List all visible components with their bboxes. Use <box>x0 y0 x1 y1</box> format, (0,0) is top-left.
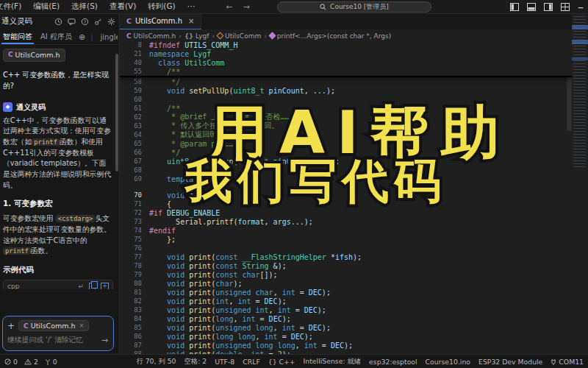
line-number: 83 <box>120 306 149 314</box>
status-item[interactable]: ESP32 Dev Module <box>478 358 542 366</box>
chat-scroll-area: C UtilsComm.h C++ 可变参数函数，是怎样实现的? ◆ 通义灵码 … <box>0 45 115 289</box>
customize-layout-icon[interactable] <box>561 3 570 11</box>
status-item[interactable]: IntelliSense: 就绪 <box>304 357 362 367</box>
line-number: 72 <box>120 209 149 216</box>
command-center-search[interactable]: Course10 [管理员] <box>277 1 431 13</box>
panel-title: 通义灵码 <box>1 16 32 26</box>
context-file-chip[interactable]: C UtilsComm.h <box>3 49 65 62</box>
line-number: 65 <box>120 140 149 147</box>
breadcrumb-separator: › <box>212 32 215 40</box>
breadcrumb-item[interactable]: UtilsComm <box>218 32 261 40</box>
line-number: 84 <box>120 315 149 322</box>
tab-qa[interactable]: 智能问答 <box>1 29 34 44</box>
close-icon[interactable]: × <box>188 17 194 25</box>
line-number: 68 <box>120 166 149 174</box>
menu-item[interactable]: 查看(V) <box>104 1 142 12</box>
namespace-icon: {} <box>184 32 193 40</box>
minimize-button[interactable]: – <box>578 0 584 14</box>
menu-item[interactable]: 编辑(E) <box>27 1 65 12</box>
answer-code-block: cpp ↵ + #include <iostream>#in <box>3 280 113 289</box>
line-number: 67 <box>120 158 149 165</box>
code-line: 78 void print(const String &); <box>120 261 572 270</box>
warnings-indicator[interactable]: 2 <box>24 358 38 366</box>
key-icon[interactable] <box>94 18 102 26</box>
code-line: 76 <box>120 244 572 252</box>
answer-paragraph-1: 在C++中，可变参数函数可以通过两种主要方式实现：使用可变参数宏（如printf… <box>3 116 113 191</box>
new-file-icon[interactable]: + <box>101 283 109 289</box>
line-number: 71 <box>120 200 149 208</box>
user-question: C++ 可变参数函数，是怎样实现的? <box>3 70 113 91</box>
status-item[interactable]: 空格: 2 <box>184 357 207 367</box>
warning-icon <box>24 358 32 365</box>
editor-tab-bar: C UtilsComm.h × <box>120 13 588 30</box>
chip-close-icon[interactable]: × <box>79 322 85 329</box>
ports-indicator[interactable]: 0 <box>45 358 57 366</box>
line-number: 74 <box>120 227 149 234</box>
copy-code-icon[interactable] <box>89 283 96 289</box>
toggle-panel-icon[interactable] <box>527 3 536 11</box>
plug-icon <box>551 358 556 365</box>
panel-scrollbar[interactable] <box>115 54 118 171</box>
status-item[interactable]: CRLF <box>243 358 259 366</box>
menu-item[interactable]: 选择(S) <box>65 1 104 12</box>
line-number: 61 <box>120 105 149 112</box>
account-menu[interactable]: jingle_guan... <box>98 33 118 41</box>
toggle-secondary-sidebar-icon[interactable] <box>544 3 553 11</box>
minimap[interactable] <box>572 13 588 354</box>
tab-ai-coder[interactable]: AI 程序员 <box>39 29 74 44</box>
status-item[interactable]: esp32:esptool <box>369 358 417 366</box>
add-session-icon[interactable]: ⊕ <box>79 32 85 42</box>
code-line: 87 void print(unsigned long long, int = … <box>120 341 572 350</box>
input-context-chip[interactable]: C UtilsComm.h × <box>18 320 89 331</box>
line-number: 69 <box>120 175 149 183</box>
code-line: 75 }; <box>120 235 572 244</box>
line-number: 78 <box>120 262 149 269</box>
code-line: 85 void print(unsigned long, int = DEC); <box>120 323 572 332</box>
code-line: 79 void print(const char[]); <box>120 270 572 279</box>
add-context-icon[interactable]: + <box>7 321 15 331</box>
line-number: 76 <box>120 244 149 252</box>
code-line: 86 void print(long long, int = DEC); <box>120 332 572 341</box>
menu-item[interactable]: 文件(F) <box>0 1 27 12</box>
breadcrumb-item[interactable]: {}Lygf <box>184 32 209 40</box>
status-item[interactable]: 行 70, 列 50 <box>136 357 176 367</box>
status-item[interactable]: UTF-8 <box>215 358 234 366</box>
breadcrumb: CUtilsComm.h›{}Lygf›UtilsComm›printf<...… <box>120 30 588 41</box>
menu-bar: 文件(F)编辑(E)选择(S)查看(V)转到(G)⋯ <box>0 1 201 12</box>
insert-code-icon[interactable]: ↵ <box>78 282 84 289</box>
chat-input-box[interactable]: + C UtilsComm.h × 继续提问或 '/' 清除记忆 → <box>2 316 114 351</box>
line-number: 85 <box>120 324 149 331</box>
send-icon[interactable]: → <box>101 336 108 345</box>
line-number: 86 <box>120 333 149 340</box>
toggle-sidebar-icon[interactable] <box>510 3 519 11</box>
nav-forward-button[interactable]: → <box>243 2 249 12</box>
tab-utilscomm-h[interactable]: C UtilsComm.h × <box>120 13 201 29</box>
status-item[interactable]: COM11 <box>551 358 584 366</box>
port-icon <box>45 358 51 365</box>
menu-item[interactable]: 转到(G) <box>142 1 181 12</box>
status-item[interactable]: Course10.ino <box>426 358 470 366</box>
line-number: 75 <box>120 236 149 243</box>
menu-item[interactable]: ⋯ <box>182 1 201 12</box>
line-number: 63 <box>120 122 149 130</box>
inline-code: printf <box>32 138 60 146</box>
feedback-icon[interactable] <box>68 18 76 26</box>
line-number: 40 <box>120 59 149 66</box>
settings-gear-icon[interactable] <box>107 18 115 26</box>
line-number: 66 <box>120 149 149 156</box>
line-number: 82 <box>120 297 149 305</box>
status-item[interactable]: {} C++ <box>268 358 295 366</box>
errors-indicator[interactable]: 0 <box>4 358 18 366</box>
breadcrumb-item[interactable]: printf<...Args>(const char *, Args) <box>270 32 391 40</box>
nav-back-button[interactable]: ← <box>226 2 232 12</box>
method-icon <box>268 32 276 40</box>
tongyi-lingma-panel: 通义灵码 ? 智能问答 AI 程序员 ⊕ | <box>0 13 120 354</box>
line-number: 58 <box>120 78 149 85</box>
help-icon[interactable]: ? <box>81 18 89 26</box>
breadcrumb-item[interactable]: CUtilsComm.h <box>126 32 176 40</box>
answer-heading-2: 示例代码 <box>3 264 113 276</box>
history-icon[interactable] <box>54 18 62 26</box>
code-line: 74#endif <box>120 226 572 235</box>
line-number: 59 <box>120 87 149 94</box>
line-number: 55 <box>120 68 149 75</box>
